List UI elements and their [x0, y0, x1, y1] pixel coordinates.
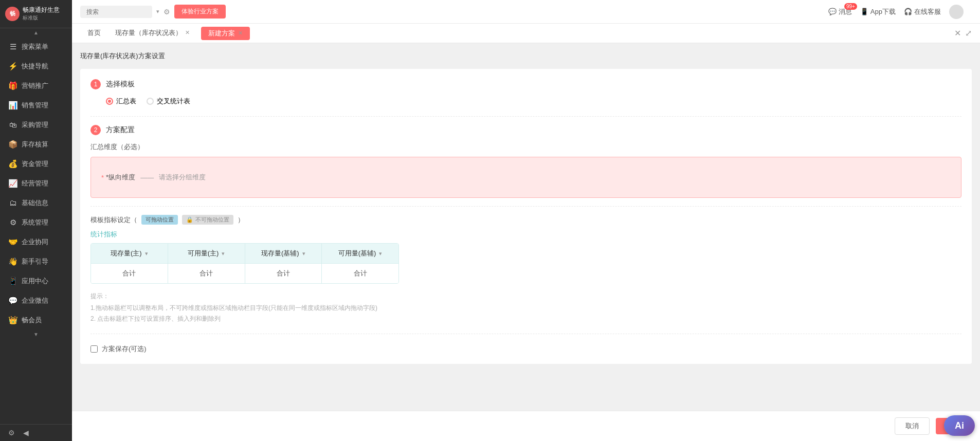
sidebar-logo: 畅 畅康通好生意 标准版: [0, 0, 72, 28]
sidebar-bottom: ⚙ ◀: [0, 424, 72, 441]
tab-close-all-icon[interactable]: ✕: [954, 28, 961, 38]
sidebar-item-label: 采购管理: [22, 120, 48, 130]
sidebar-item-enterprise-wechat[interactable]: 💬 企业微信: [0, 291, 72, 310]
sidebar-item-label: 销售管理: [22, 101, 48, 110]
basic-info-icon: 🗂: [8, 198, 17, 207]
col-header-label-1: 可用量(主): [188, 249, 219, 258]
step1-num: 1: [90, 79, 101, 89]
step1-section: 1 选择模板 汇总表 交叉统计表: [90, 79, 961, 106]
tab-expand-icon[interactable]: ⤢: [965, 28, 972, 38]
col-header-arrow-2[interactable]: ▾: [302, 250, 305, 257]
tab-inventory-status[interactable]: 现存量（库存状况表） ✕: [108, 24, 197, 43]
settings-icon[interactable]: ⚙: [8, 429, 15, 437]
tip-item-0: 1.拖动标题栏可以调整布局，不可跨维度或指标区域拖动栏目字段(只能在同一维度或指…: [90, 304, 961, 313]
member-icon: 👑: [8, 316, 17, 325]
radio-summary[interactable]: 汇总表: [106, 97, 136, 106]
stat-col-header-1[interactable]: 可用量(主) ▾: [168, 244, 245, 263]
sales-icon: 📊: [8, 101, 17, 110]
collapse-icon[interactable]: ◀: [23, 429, 29, 437]
tip-text-1: 2. 点击标题栏下拉可设置排序、插入列和删除列: [90, 315, 221, 323]
message-button[interactable]: 💬 消息 99+: [828, 7, 852, 16]
ai-badge[interactable]: Ai: [944, 415, 975, 436]
sidebar-item-label: 资金管理: [22, 159, 48, 169]
sidebar-item-system[interactable]: ⚙ 系统管理: [0, 213, 72, 232]
radio-summary-label: 汇总表: [116, 97, 136, 106]
stat-col-header-3[interactable]: 可用量(基辅) ▾: [322, 244, 398, 263]
sidebar-scroll-up[interactable]: ▲: [0, 28, 72, 37]
inventory-icon: 📦: [8, 140, 17, 149]
col-header-arrow-0[interactable]: ▾: [145, 250, 148, 257]
avatar[interactable]: [949, 5, 964, 19]
sidebar-item-search-menu[interactable]: ☰ 搜索菜单: [0, 37, 72, 57]
step2-header: 2 方案配置: [90, 125, 961, 135]
new-guide-icon: 👋: [8, 257, 17, 266]
sidebar-item-quick-nav[interactable]: ⚡ 快捷导航: [0, 57, 72, 76]
save-scheme-checkbox[interactable]: [90, 345, 98, 353]
lock-icon: 🔒: [186, 216, 193, 223]
sidebar-item-sales[interactable]: 📊 销售管理: [0, 96, 72, 115]
sidebar-item-label: 畅会员: [22, 316, 42, 325]
template-options: 汇总表 交叉统计表: [106, 97, 961, 106]
sidebar-item-inventory[interactable]: 📦 库存核算: [0, 135, 72, 154]
topbar-left: ▾ ⚙ 体验行业方案: [80, 5, 824, 19]
cancel-button[interactable]: 取消: [895, 417, 930, 435]
online-service-button[interactable]: 🎧 在线客服: [904, 7, 941, 16]
stat-col-header-2[interactable]: 现存量(基辅) ▾: [245, 244, 322, 263]
sidebar-item-app-center[interactable]: 📱 应用中心: [0, 271, 72, 291]
enterprise-icon: 🤝: [8, 237, 17, 247]
stat-table-header: 现存量(主) ▾ 可用量(主) ▾ 现存量(基辅) ▾: [91, 244, 398, 263]
topbar-gear-icon[interactable]: ⚙: [164, 8, 170, 16]
sidebar-item-new-guide[interactable]: 👋 新手引导: [0, 252, 72, 271]
footer-bar: 取消 查询: [72, 411, 980, 441]
tab-inventory-label: 现存量（库存状况表）: [115, 28, 182, 38]
step2-num: 2: [90, 125, 101, 135]
radio-summary-dot: [106, 98, 113, 105]
stat-col-cell-0: 合计: [91, 264, 168, 283]
sidebar-item-enterprise[interactable]: 🤝 企业协同: [0, 232, 72, 252]
sidebar-item-label: 营销推广: [22, 81, 48, 90]
sidebar-item-purchase[interactable]: 🛍 采购管理: [0, 115, 72, 135]
message-badge: 99+: [844, 3, 857, 10]
step1-header: 1 选择模板: [90, 79, 961, 89]
stat-col-header-0[interactable]: 现存量(主) ▾: [91, 244, 168, 263]
tab-new-scheme-label: 新建方案: [208, 29, 235, 38]
indicator-settings: 模板指标设定（ 可拖动位置 🔒 不可拖动位置 ） 统计指标 现存量: [90, 215, 961, 284]
tabs-bar: 首页 现存量（库存状况表） ✕ 新建方案 ✕ ✕ ⤢: [72, 24, 980, 43]
col-header-arrow-3[interactable]: ▾: [379, 250, 382, 257]
dropdown-arrow-icon[interactable]: ▾: [156, 8, 159, 15]
col-header-arrow-1[interactable]: ▾: [222, 250, 225, 257]
sidebar-item-label: 快捷导航: [22, 62, 48, 71]
dim-section-label: 汇总维度（必选）: [90, 142, 961, 152]
logo-icon: 畅: [5, 7, 20, 21]
tab-inventory-close-icon[interactable]: ✕: [185, 29, 190, 36]
sidebar-item-finance[interactable]: 💰 资金管理: [0, 154, 72, 174]
tab-home[interactable]: 首页: [80, 24, 108, 43]
sidebar-scroll-down[interactable]: ▼: [0, 330, 72, 339]
stat-table-row: 合计 合计 合计 合计: [91, 263, 398, 283]
tab-new-scheme-close-icon[interactable]: ✕: [238, 30, 243, 36]
sidebar-item-basic-info[interactable]: 🗂 基础信息: [0, 193, 72, 213]
dim-placeholder[interactable]: 请选择分组维度: [159, 173, 206, 182]
sidebar-item-member[interactable]: 👑 畅会员: [0, 310, 72, 330]
app-download-button[interactable]: 📱 App下载: [860, 7, 896, 16]
sidebar-item-label: 库存核算: [22, 140, 48, 149]
non-draggable-label: 不可拖动位置: [195, 216, 229, 224]
tab-new-scheme[interactable]: 新建方案 ✕: [201, 27, 250, 40]
sidebar-item-marketing[interactable]: 🎁 营销推广: [0, 76, 72, 96]
logo-text-block: 畅康通好生意 标准版: [23, 6, 60, 22]
page-title: 现存量(库存状况表)方案设置: [80, 51, 972, 61]
operation-icon: 📈: [8, 179, 17, 188]
search-input[interactable]: [80, 6, 152, 18]
stat-table: 现存量(主) ▾ 可用量(主) ▾ 现存量(基辅) ▾: [90, 243, 399, 284]
radio-cross-dot: [147, 98, 154, 105]
sidebar-item-operation[interactable]: 📈 经营管理: [0, 174, 72, 193]
radio-cross[interactable]: 交叉统计表: [147, 97, 190, 106]
dim-required-mark: *: [101, 174, 104, 181]
tip-item-1: 2. 点击标题栏下拉可设置排序、插入列和删除列: [90, 315, 961, 323]
app-name: 畅康通好生意: [23, 6, 60, 14]
save-scheme-label: 方案保存(可选): [102, 344, 147, 354]
sidebar-item-label: 系统管理: [22, 218, 48, 227]
trial-industry-button[interactable]: 体验行业方案: [174, 5, 226, 19]
stat-col-cell-1: 合计: [168, 264, 245, 283]
col-header-label-0: 现存量(主): [111, 249, 142, 258]
